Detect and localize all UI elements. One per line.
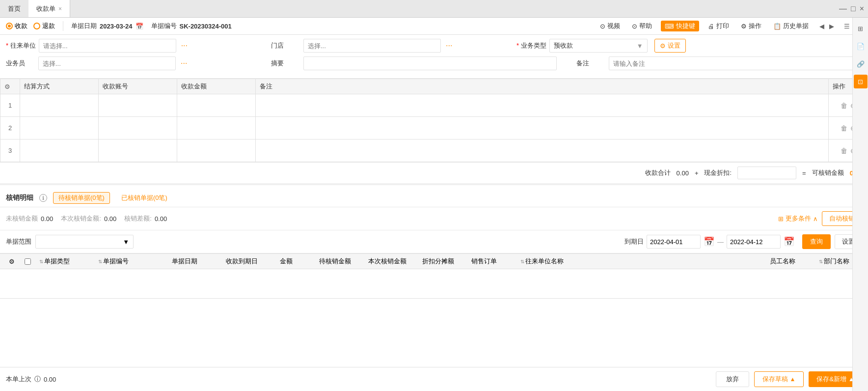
business-type-select[interactable]: 预收款 ▼ <box>549 39 648 53</box>
sidebar-link-icon[interactable]: 🔗 <box>854 57 868 71</box>
row-2-amount-input[interactable] <box>177 117 255 139</box>
staff-more-btn[interactable]: ··· <box>181 59 187 68</box>
history-btn[interactable]: 📋 历史单据 <box>770 21 812 31</box>
row-3-amount-input[interactable] <box>177 140 255 162</box>
table-gear-icon[interactable]: ⚙ <box>4 83 10 90</box>
shortcut-btn[interactable]: ⌨ 快捷键 <box>661 21 699 31</box>
list-view-icon[interactable]: ☰ <box>842 22 852 31</box>
print-btn[interactable]: 🖨 打印 <box>705 21 732 31</box>
range-select[interactable]: ▼ <box>35 235 134 249</box>
row-1-note[interactable] <box>256 94 829 117</box>
select-all-checkbox[interactable] <box>25 258 31 265</box>
store-field: 门店 ··· <box>271 39 497 53</box>
col-dept-sort[interactable]: ⇅ <box>819 259 823 264</box>
row-2-note-input[interactable] <box>256 117 828 139</box>
more-conditions-btn[interactable]: ⊞ 更多条件 ∧ <box>778 214 818 223</box>
content-scroll[interactable]: 收款 退款 单据日期 2023-03-24 📅 单据编号 SK-20230324… <box>0 18 868 367</box>
tab-home[interactable]: 首页 <box>0 0 28 17</box>
row-3-account[interactable] <box>99 140 177 162</box>
col-partner-sort[interactable]: ⇅ <box>520 259 524 264</box>
info-icon[interactable]: ℹ <box>39 194 47 202</box>
summary-label: 摘要 <box>271 59 300 68</box>
current-value: 0.00 <box>104 215 116 223</box>
abandon-btn[interactable]: 放弃 <box>716 371 749 387</box>
search-row: 单据范围 ▼ 到期日 📅 — 📅 查询 设置 <box>0 230 868 253</box>
radio-receipt[interactable]: 收款 <box>6 22 27 30</box>
sidebar-table-icon[interactable]: ⊞ <box>854 22 868 35</box>
store-more-btn[interactable]: ··· <box>446 41 452 50</box>
minimize-btn[interactable]: — <box>839 4 847 13</box>
save-draft-btn[interactable]: 保存草稿 ▲ <box>754 371 804 387</box>
query-btn[interactable]: 查询 <box>802 234 831 249</box>
row-1-amount-input[interactable] <box>177 94 255 116</box>
tab-current[interactable]: 收款单 × <box>28 0 70 17</box>
col-doc-num-sort[interactable]: ⇅ <box>98 259 102 264</box>
col-doc-date: 单据日期 <box>168 257 222 266</box>
row-2-delete-icon[interactable]: 🗑 <box>841 124 847 132</box>
date-to-input[interactable] <box>727 235 781 249</box>
toolbar-right: ⊙ 视频 ⊙ 帮助 ⌨ 快捷键 🖨 打印 ⚙ 操作 📋 历史单据 ◀ ▶ ☰ ⊞ <box>597 21 862 31</box>
row-2-note[interactable] <box>256 117 829 140</box>
row-1-account[interactable] <box>99 94 177 117</box>
settings-btn[interactable]: ⚙ 设置 <box>654 39 686 53</box>
row-2-account[interactable] <box>99 117 177 140</box>
summary-input[interactable] <box>303 56 557 70</box>
radio-refund[interactable]: 退款 <box>33 22 55 30</box>
tab-close-btn[interactable]: × <box>58 5 62 12</box>
row-2-settlement-input[interactable] <box>20 117 98 139</box>
col-doc-type-sort[interactable]: ⇅ <box>39 259 43 264</box>
row-1-amount[interactable] <box>177 94 256 117</box>
calendar-icon[interactable]: 📅 <box>136 23 143 30</box>
operation-btn[interactable]: ⚙ 操作 <box>738 21 764 31</box>
unchecked-value: 0.00 <box>41 215 53 223</box>
row-3-settlement-input[interactable] <box>20 140 98 162</box>
prev-arrow[interactable]: ◀ <box>817 22 826 31</box>
row-3-note[interactable] <box>256 140 829 162</box>
bottom-table-gear[interactable]: ⚙ <box>4 258 20 265</box>
row-2-amount[interactable] <box>177 117 256 140</box>
sidebar-scan-icon[interactable]: ⊡ <box>854 75 868 88</box>
sidebar-document-icon[interactable]: 📄 <box>854 39 868 53</box>
row-2-account-input[interactable] <box>99 117 177 139</box>
next-arrow[interactable]: ▶ <box>827 22 836 31</box>
partner-more-btn[interactable]: ··· <box>181 41 188 50</box>
note-input[interactable] <box>609 56 862 70</box>
summary-row: 收款合计 0.00 + 现金折扣: = 可核销金额 0.00 <box>0 162 868 183</box>
row-1-settlement-input[interactable] <box>20 94 98 116</box>
filter-icon: ⊞ <box>778 215 784 223</box>
row-3-note-input[interactable] <box>256 140 828 162</box>
row-1-settlement[interactable] <box>20 94 99 117</box>
col-doc-num: ⇅ 单据编号 <box>94 257 168 266</box>
calendar-from-icon[interactable]: 📅 <box>704 236 714 247</box>
discount-label: 现金折扣: <box>704 168 732 177</box>
close-btn[interactable]: × <box>860 4 864 13</box>
diff-item: 核销差额: 0.00 <box>124 214 167 223</box>
video-btn[interactable]: ⊙ 视频 <box>597 21 623 31</box>
maximize-btn[interactable]: □ <box>851 4 856 13</box>
row-1-delete-icon[interactable]: 🗑 <box>841 102 847 110</box>
row-1-note-input[interactable] <box>256 94 828 116</box>
row-3-delete-icon[interactable]: 🗑 <box>841 147 847 155</box>
table-row: 1 🗑 ⊕ <box>0 94 868 117</box>
store-input[interactable] <box>303 39 441 53</box>
row-1-account-input[interactable] <box>99 94 177 116</box>
calendar-to-icon[interactable]: 📅 <box>784 236 794 247</box>
number-field: 单据编号 SK-20230324-001 <box>151 22 232 30</box>
done-tab[interactable]: 已核销单据(0笔) <box>116 192 173 204</box>
row-3-amount[interactable] <box>177 140 256 162</box>
bottom-table-body <box>0 269 868 299</box>
date-from-input[interactable] <box>647 235 701 249</box>
unchecked-label: 未核销金额 <box>6 214 38 223</box>
discount-input[interactable] <box>737 167 796 179</box>
chevron-up-icon: ∧ <box>813 215 818 223</box>
partner-input[interactable] <box>39 39 176 53</box>
row-2-settlement[interactable] <box>20 117 99 140</box>
row-3-account-input[interactable] <box>99 140 177 162</box>
row-3-settlement[interactable] <box>20 140 99 162</box>
date-range-field: 到期日 📅 — 📅 <box>624 235 794 249</box>
more-conditions-label: 更多条件 <box>786 214 811 223</box>
pending-tab[interactable]: 待核销单据(0笔) <box>53 192 110 204</box>
info-circle-icon[interactable]: ⓘ <box>34 375 41 384</box>
help-btn[interactable]: ⊙ 帮助 <box>629 21 655 31</box>
staff-input[interactable] <box>38 56 176 70</box>
